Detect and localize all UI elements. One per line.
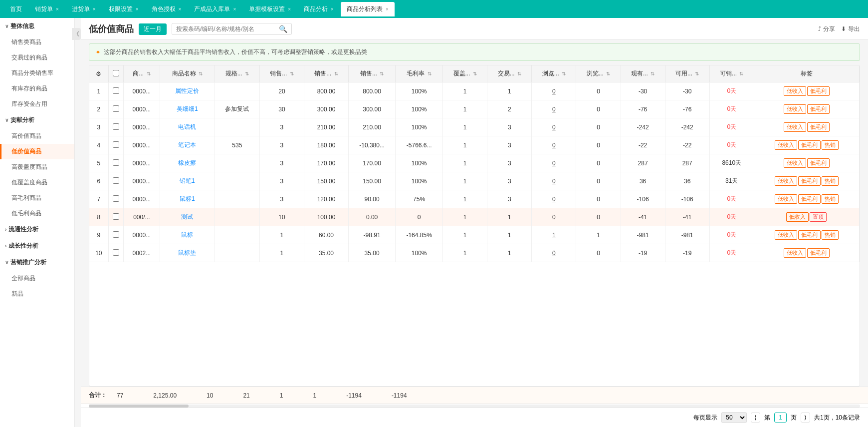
- close-icon[interactable]: ×: [386, 6, 389, 12]
- close-icon[interactable]: ×: [179, 6, 182, 12]
- row-checkbox[interactable]: [113, 105, 119, 112]
- export-button[interactable]: ⬇ 导出: [841, 25, 860, 33]
- views-link[interactable]: 0: [552, 88, 556, 95]
- row-checkbox[interactable]: [113, 249, 119, 256]
- sidebar-group-contribution[interactable]: ∨ 贡献分析: [0, 112, 74, 128]
- row-checkbox-cell[interactable]: [108, 172, 123, 190]
- views-link[interactable]: 0: [552, 160, 556, 167]
- row-name[interactable]: 电话机: [160, 118, 215, 136]
- sidebar-item-stocked-goods[interactable]: 有库存的商品: [0, 81, 74, 96]
- sidebar-item-all-goods[interactable]: 全部商品: [0, 271, 74, 286]
- search-icon[interactable]: 🔍: [279, 25, 287, 33]
- row-checkbox[interactable]: [113, 123, 119, 130]
- filter-recent-month-button[interactable]: 近一月: [139, 23, 167, 35]
- table-row: 6 0000... 铅笔1 3 150.00 150.00 100% 1 3 0…: [89, 172, 860, 190]
- row-checkbox-cell[interactable]: [108, 118, 123, 136]
- scrollbar-thumb[interactable]: [89, 405, 189, 408]
- row-views1[interactable]: 0: [532, 190, 576, 208]
- views-link[interactable]: 0: [552, 196, 556, 203]
- sidebar-item-high-margin[interactable]: 高毛利商品: [0, 190, 74, 206]
- row-name[interactable]: 属性定价: [160, 82, 215, 100]
- sidebar-item-new-goods[interactable]: 新品: [0, 286, 74, 302]
- row-checkbox[interactable]: [113, 141, 119, 148]
- views-link[interactable]: 0: [552, 106, 556, 113]
- views-link[interactable]: 0: [552, 142, 556, 149]
- row-views1[interactable]: 0: [532, 100, 576, 118]
- row-name[interactable]: 吴细细1: [160, 100, 215, 118]
- row-name[interactable]: 鼠标: [160, 226, 215, 244]
- nav-product-analysis-list[interactable]: 商品分析列表 ×: [341, 2, 395, 16]
- views-link[interactable]: 0: [552, 124, 556, 131]
- row-checkbox[interactable]: [113, 195, 119, 202]
- row-views1[interactable]: 0: [532, 136, 576, 154]
- close-icon[interactable]: ×: [331, 6, 334, 12]
- sidebar-item-category-sales-rate[interactable]: 商品分类销售率: [0, 65, 74, 81]
- row-available: -242: [665, 118, 709, 136]
- row-checkbox-cell[interactable]: [108, 100, 123, 118]
- nav-purchase-order[interactable]: 进货单 ×: [66, 2, 102, 16]
- sidebar-collapse-button[interactable]: 《: [72, 28, 81, 40]
- sidebar-item-low-coverage[interactable]: 低覆盖度商品: [0, 175, 74, 190]
- row-checkbox-cell[interactable]: [108, 244, 123, 262]
- sidebar-item-high-value[interactable]: 高价值商品: [0, 128, 74, 144]
- views-link[interactable]: 0: [552, 178, 556, 185]
- row-views1[interactable]: 0: [532, 244, 576, 262]
- horizontal-scrollbar[interactable]: [81, 404, 868, 408]
- nav-sales-order[interactable]: 销货单 ×: [29, 2, 65, 16]
- sidebar-item-low-margin[interactable]: 低毛利商品: [0, 206, 74, 221]
- sidebar-item-low-value[interactable]: 低价值商品: [0, 144, 74, 159]
- views-link[interactable]: 0: [552, 250, 556, 257]
- sidebar-group-marketing[interactable]: ∨ 营销推广分析: [0, 254, 74, 271]
- row-name[interactable]: 测试: [160, 208, 215, 226]
- row-views1[interactable]: 0: [532, 82, 576, 100]
- row-views1[interactable]: 0: [532, 172, 576, 190]
- nav-finished-goods[interactable]: 产成品入库单 ×: [188, 2, 242, 16]
- row-checkbox[interactable]: [113, 231, 119, 238]
- row-name[interactable]: 笔记本: [160, 136, 215, 154]
- close-icon[interactable]: ×: [56, 6, 59, 12]
- next-page-button[interactable]: ⟩: [801, 413, 810, 423]
- per-page-select[interactable]: 50 100 200: [721, 412, 747, 423]
- nav-template-settings[interactable]: 单据模板设置 ×: [243, 2, 297, 16]
- close-icon[interactable]: ×: [233, 6, 236, 12]
- first-page-button[interactable]: ⟨: [751, 413, 760, 423]
- col-settings[interactable]: ⚙: [89, 65, 108, 82]
- row-views1[interactable]: 0: [532, 118, 576, 136]
- row-views1[interactable]: 0: [532, 208, 576, 226]
- row-name[interactable]: 橡皮擦: [160, 154, 215, 172]
- row-views1[interactable]: 1: [532, 226, 576, 244]
- sidebar-item-high-coverage[interactable]: 高覆盖度商品: [0, 159, 74, 175]
- views-link[interactable]: 0: [552, 214, 556, 221]
- row-checkbox[interactable]: [113, 177, 119, 184]
- row-checkbox-cell[interactable]: [108, 136, 123, 154]
- row-checkbox-cell[interactable]: [108, 82, 123, 100]
- row-checkbox[interactable]: [113, 213, 119, 220]
- close-icon[interactable]: ×: [93, 6, 96, 12]
- views-link[interactable]: 1: [552, 232, 556, 239]
- search-input[interactable]: [176, 25, 276, 32]
- row-checkbox-cell[interactable]: [108, 226, 123, 244]
- select-all-checkbox[interactable]: [113, 70, 119, 76]
- row-name[interactable]: 鼠标1: [160, 190, 215, 208]
- sidebar-item-inventory-funds[interactable]: 库存资金占用: [0, 96, 74, 112]
- nav-role-auth[interactable]: 角色授权 ×: [146, 2, 188, 16]
- nav-product-analysis[interactable]: 商品分析 ×: [298, 2, 340, 16]
- row-checkbox[interactable]: [113, 87, 119, 94]
- row-checkbox-cell[interactable]: [108, 190, 123, 208]
- sidebar-group-growth[interactable]: › 成长性分析: [0, 238, 74, 254]
- row-checkbox-cell[interactable]: [108, 154, 123, 172]
- nav-home[interactable]: 首页: [4, 2, 28, 16]
- sidebar-group-overall[interactable]: ∨ 整体信息: [0, 18, 74, 34]
- row-name[interactable]: 鼠标垫: [160, 244, 215, 262]
- share-button[interactable]: ⤴ 分享: [818, 25, 835, 33]
- row-checkbox[interactable]: [113, 159, 119, 166]
- row-checkbox-cell[interactable]: [108, 208, 123, 226]
- sidebar-item-traded-goods[interactable]: 交易过的商品: [0, 50, 74, 65]
- row-name[interactable]: 铅笔1: [160, 172, 215, 190]
- row-views1[interactable]: 0: [532, 154, 576, 172]
- close-icon[interactable]: ×: [136, 6, 139, 12]
- close-icon[interactable]: ×: [288, 6, 291, 12]
- sidebar-item-sales-goods[interactable]: 销售类商品: [0, 34, 74, 50]
- nav-permissions[interactable]: 权限设置 ×: [103, 2, 145, 16]
- sidebar-group-circulation[interactable]: › 流通性分析: [0, 221, 74, 238]
